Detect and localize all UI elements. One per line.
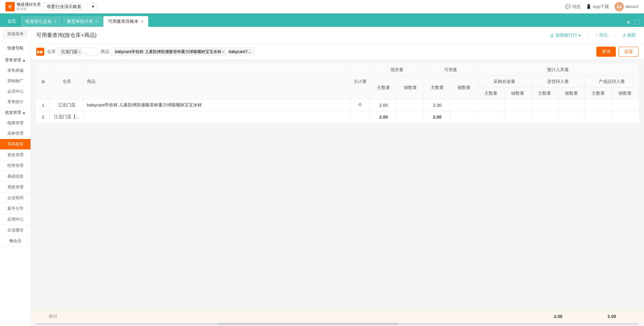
tab-home[interactable]: 首页 [3, 16, 21, 27]
sidebar-item-operations[interactable]: 经营管理 [0, 160, 31, 171]
top-bar-right: 💬 消息 📱 App下载 Ea demo2 [565, 2, 639, 11]
td-goods-sub-2 [558, 111, 585, 123]
industry-select[interactable]: 母婴行业演示账套 ▾ [44, 3, 97, 11]
tab-demand-close[interactable]: ✕ [95, 19, 98, 24]
warehouse-filter-group: 仓库 江北门店 ✕ ... [47, 48, 98, 56]
td-unit-2 [350, 111, 370, 123]
gear-icon[interactable]: ⚙ [41, 79, 45, 84]
search-menu-button[interactable]: 搜索菜单 [3, 30, 28, 39]
th-available-main: 主数量 [424, 76, 451, 99]
sidebar-item-vip[interactable]: 畅会员 [0, 236, 31, 246]
chevron-down-icon2: ▲ [22, 111, 26, 114]
page-title: 可用量查询(按仓库+商品) [36, 32, 97, 39]
td-stock-main-1: 2.00 [370, 99, 397, 111]
th-stock-main: 主数量 [370, 76, 397, 99]
sidebar-section-inventory-header[interactable]: 库存核算 [0, 139, 31, 149]
filter-area: ▶▶ 仓库 江北门店 ✕ ... 商品 babycare学饮杯 儿童防摔防撞吸管… [31, 44, 644, 60]
tab-collect[interactable]: 收发存汇总表 ✕ [21, 16, 61, 27]
content-area: 可用量查询(按仓库+商品) 🖨 按模板打印 ▾ | ↑ 导出 | ↺ [31, 27, 644, 326]
tab-demand[interactable]: 要货单统计表 ✕ [62, 16, 103, 27]
sidebar-item-quick-nav[interactable]: 快捷导航 [0, 43, 31, 53]
sidebar-item-newbie[interactable]: 新手引导 [0, 203, 31, 214]
footer-vals: 2.00 2.00 [70, 314, 639, 319]
td-purchase-main-1 [478, 99, 504, 111]
sidebar-section-retail-header[interactable]: 零售管理 ▲ [0, 55, 31, 65]
main-layout: 搜索菜单 快捷导航 零售管理 ▲ 零售商城 营销推广 会员中心 零售统计 批发管… [0, 27, 644, 326]
th-purchase-main: 主数量 [478, 88, 504, 99]
sidebar-item-system[interactable]: 系统管理 [0, 182, 31, 192]
td-available-sub-2 [451, 111, 478, 123]
td-product-1: babycare学饮杯 儿童防摔防撞吸管杯重力球吸嘴杯宝宝水杯 [84, 99, 350, 111]
warehouse-more-button[interactable]: ... [84, 49, 87, 54]
td-product-sub-2 [612, 111, 639, 123]
product-tag1: babycare学饮杯 儿童防摔防撞吸管杯重力球吸嘴杯宝宝水杯 ✕ [114, 49, 226, 55]
maximize-button[interactable]: ⛶ [633, 18, 641, 27]
sidebar-section-operations: 经营管理 [0, 160, 31, 171]
sidebar-item-purchase[interactable]: 采购管理 [0, 128, 31, 139]
close-all-tabs-button[interactable]: ✕ [625, 18, 632, 27]
sidebar-item-basic[interactable]: 基础信息 [0, 171, 31, 182]
scroll-thumb[interactable] [217, 323, 398, 325]
app-download-button[interactable]: 📱 App下载 [586, 4, 609, 10]
setting-button[interactable]: 设置 [619, 47, 639, 57]
table-row: 2 江北门店【... 2.00 2.00 [37, 111, 639, 123]
tab-inventory[interactable]: 可用量库存账本 ✕ [103, 16, 148, 27]
export-button[interactable]: ↑ 导出 [593, 31, 610, 40]
td-warehouse-1: 江北门店 [50, 99, 84, 111]
query-button[interactable]: 查询 [596, 47, 616, 57]
warehouse-tag-remove[interactable]: ✕ [78, 50, 81, 54]
sidebar-section-wholesale-header[interactable]: 批发管理 ▲ [0, 107, 31, 118]
export-icon: ↑ [595, 33, 598, 38]
page-actions: 🖨 按模板打印 ▾ | ↑ 导出 | ↺ 刷新 [547, 31, 639, 40]
tab-inventory-close[interactable]: ✕ [141, 19, 144, 24]
th-stock-group: 现存量 [370, 64, 424, 76]
filter-toggle-button[interactable]: ▶▶ [36, 48, 44, 56]
product-filter-tags[interactable]: babycare学饮杯 儿童防摔防撞吸管杯重力球吸嘴杯宝宝水杯 ✕ babyca… [111, 48, 255, 56]
td-product-main-1 [585, 99, 612, 111]
inventory-table: ⚙ 仓库 商品 主计量 现存量 可用量 预计入库量 主数量 辅数量 主数量 辅数… [36, 64, 639, 123]
product-filter-label: 商品 [101, 49, 109, 55]
th-goods-group: 进货待入量 [531, 76, 585, 88]
message-button[interactable]: 💬 消息 [565, 4, 581, 10]
refresh-icon: ↺ [622, 33, 626, 38]
sidebar-item-finance[interactable]: 资金管理 [0, 150, 31, 160]
th-incoming-group: 预计入库量 [478, 64, 639, 76]
th-settings[interactable]: ⚙ [37, 64, 50, 99]
sidebar-section-wechat: 企业微信 [0, 225, 31, 236]
avatar: Ea [614, 2, 624, 11]
sidebar-item-retail-stats[interactable]: 零售统计 [0, 97, 31, 107]
horizontal-scrollbar[interactable] [31, 322, 644, 326]
td-seq-1: 1 [37, 99, 50, 111]
sidebar-item-enterprise[interactable]: 企业协同 [0, 193, 31, 203]
sidebar-item-wechat[interactable]: 企业微信 [0, 225, 31, 235]
message-icon: 💬 [565, 4, 571, 9]
nav-tabs-right: ✕ ⛶ [625, 18, 641, 27]
th-product-sub: 辅数量 [612, 88, 639, 99]
td-product-main-2 [585, 111, 612, 123]
refresh-button[interactable]: ↺ 刷新 [620, 31, 639, 40]
product-tag1-remove[interactable]: ✕ [222, 50, 225, 54]
sidebar-item-ecommerce[interactable]: 电商管理 [0, 118, 31, 128]
td-seq-2: 2 [37, 111, 50, 123]
td-purchase-sub-1 [504, 99, 531, 111]
print-button[interactable]: 🖨 按模板打印 ▾ [547, 31, 584, 40]
sidebar-section-wholesale: 批发管理 ▲ 电商管理 采购管理 [0, 107, 31, 139]
sidebar-item-member[interactable]: 会员中心 [0, 86, 31, 97]
sidebar-section-basic: 基础信息 [0, 171, 31, 182]
scroll-track [36, 323, 639, 325]
chevron-down-icon: ▾ [92, 4, 94, 9]
tab-collect-close[interactable]: ✕ [54, 19, 57, 24]
sidebar-item-appcenter[interactable]: 应用中心 [0, 214, 31, 225]
th-purchase-sub: 辅数量 [504, 88, 531, 99]
chevron-up-icon: ▲ [22, 58, 26, 62]
sidebar-item-retail-mall[interactable]: 零售商城 [0, 65, 31, 76]
warehouse-filter-tags[interactable]: 江北门店 ✕ ... [58, 48, 98, 56]
user-profile[interactable]: Ea demo2 [614, 2, 639, 11]
table-footer: 合计 2.00 2.00 [31, 310, 644, 322]
td-goods-main-1 [531, 99, 558, 111]
logo-area: 好 畅捷通好生意 标准版 [5, 2, 41, 11]
sidebar-item-marketing[interactable]: 营销推广 [0, 76, 31, 86]
th-stock-sub: 辅数量 [397, 76, 424, 99]
sidebar-section-inventory: 库存核算 [0, 139, 31, 150]
td-purchase-sub-2 [504, 111, 531, 123]
